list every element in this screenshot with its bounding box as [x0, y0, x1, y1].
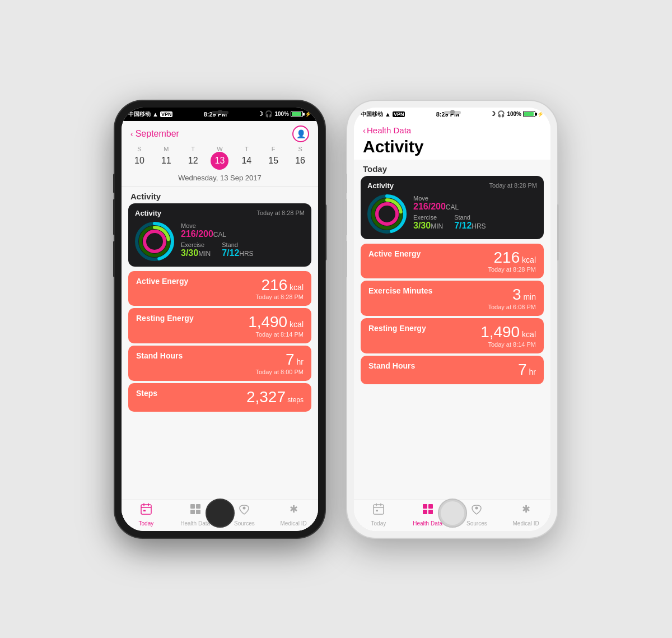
battery-icon-dark [291, 111, 303, 117]
data-card-stand-hours-white[interactable]: Stand Hours 7 hr [361, 356, 544, 384]
today-icon-white [372, 502, 385, 519]
svg-rect-13 [190, 510, 195, 514]
phone-white: 中国移动 ▲ VPN 8:29 PM ☽ 🎧 100% ⚡ ‹ Health D… [347, 101, 557, 538]
svg-rect-29 [428, 504, 433, 509]
date-11[interactable]: 11 [153, 153, 180, 168]
activity-card-body: Move 216/200CAL Exercise 3/30MIN [135, 222, 305, 261]
status-right-dark: ☽ 🎧 100% ⚡ [258, 110, 311, 118]
month-nav[interactable]: ‹ September [130, 129, 179, 139]
app-content-dark: ‹ September 👤 S M T W T F S 10 11 [122, 121, 318, 531]
tab-medicalid-label-dark: Medical ID [281, 520, 307, 527]
stand-hours-label: Stand Hours [136, 351, 183, 360]
resting-energy-time: Today at 8:14 PM [248, 331, 304, 338]
activity-card-body-white: Move 216/200CAL Exercise 3/30MIN [367, 194, 537, 234]
data-card-exercise-minutes-white[interactable]: Exercise Minutes 3 min Today at 6:08 PM [361, 281, 544, 316]
sources-icon-dark [237, 502, 251, 519]
active-energy-label-white: Active Energy [368, 249, 421, 258]
stand-label-white: Stand [454, 214, 486, 221]
battery-icon-white [523, 111, 535, 117]
svg-rect-23 [374, 505, 384, 514]
day-t1: T [180, 145, 207, 153]
exercise-stat-white: Exercise 3/30MIN [413, 214, 443, 231]
move-stat: Move 216/200CAL [181, 222, 305, 239]
medicalid-icon-dark: ✱ [287, 502, 300, 519]
tab-medicalid-white[interactable]: ✱ Medical ID [501, 502, 550, 527]
bolt-icon-white: ⚡ [537, 111, 544, 117]
user-avatar[interactable]: 👤 [292, 125, 309, 142]
stand-label: Stand [222, 241, 253, 248]
data-card-active-energy[interactable]: Active Energy 216 kcal Today at 8:28 PM [128, 271, 311, 306]
volume-down-white [346, 241, 347, 277]
chevron-left-icon-white: ‹ [363, 125, 366, 135]
tab-today-dark[interactable]: Today [122, 502, 171, 527]
exercise-value: 3/30MIN [181, 248, 211, 258]
activity-card-header-white: Activity Today at 8:28 PM [367, 181, 537, 190]
resting-energy-label-white: Resting Energy [368, 324, 426, 333]
exercise-stand-row: Exercise 3/30MIN Stand 7/12HRS [181, 241, 305, 260]
health-back-button[interactable]: ‹ Health Data [363, 125, 542, 135]
wifi-icon-dark: ▲ [152, 111, 158, 118]
svg-point-22 [377, 204, 397, 224]
section-title-dark: Activity [122, 187, 318, 203]
active-energy-time-white: Today at 8:28 PM [488, 266, 536, 273]
day-s1: S [126, 145, 153, 153]
move-stat-white: Move 216/200CAL [413, 195, 537, 212]
home-button-dark[interactable] [206, 499, 235, 528]
screen-dark: 中国移动 ▲ VPN 8:29 PM ☽ 🎧 100% ⚡ ‹ Septembe… [122, 108, 318, 531]
back-label-white: Health Data [367, 125, 411, 135]
screen-white: 中国移动 ▲ VPN 8:29 PM ☽ 🎧 100% ⚡ ‹ Health D… [354, 108, 550, 531]
exercise-label-white: Exercise [413, 214, 443, 221]
exercise-stat: Exercise 3/30MIN [181, 241, 211, 258]
steps-right: 2,327 steps [246, 389, 304, 406]
battery-pct-white: 100% [507, 111, 521, 117]
steps-value: 2,327 steps [246, 389, 304, 406]
headphone-icon-dark: 🎧 [265, 110, 273, 118]
stand-stat-white: Stand 7/12HRS [454, 214, 486, 231]
date-12[interactable]: 12 [180, 153, 207, 168]
move-label: Move [181, 222, 305, 229]
tab-medicalid-dark[interactable]: ✱ Medical ID [269, 502, 318, 527]
svg-rect-30 [423, 510, 427, 514]
headphone-icon-white: 🎧 [497, 110, 505, 118]
data-card-stand-hours[interactable]: Stand Hours 7 hr Today at 8:00 PM [128, 346, 311, 381]
vpn-badge-white: VPN [393, 111, 405, 117]
day-f: F [260, 145, 287, 153]
active-energy-label: Active Energy [136, 277, 188, 286]
phone-dark: 中国移动 ▲ VPN 8:29 PM ☽ 🎧 100% ⚡ ‹ Septembe… [115, 101, 325, 538]
activity-card-dark: Activity Today at 8:28 PM [128, 203, 311, 267]
home-button-white[interactable] [438, 499, 467, 528]
data-scroll-dark[interactable]: Activity Today at 8:28 PM [122, 203, 318, 500]
sources-icon-white [470, 502, 483, 519]
activity-time-white: Today at 8:28 PM [489, 182, 537, 189]
resting-energy-value: 1,490 kcal [248, 314, 304, 331]
healthdata-icon-white [421, 502, 435, 519]
tab-medicalid-label-white: Medical ID [513, 520, 539, 527]
date-15[interactable]: 15 [260, 153, 287, 168]
date-13-selected[interactable]: 13 [207, 153, 234, 168]
stand-hours-time: Today at 8:00 PM [255, 369, 304, 375]
date-14[interactable]: 14 [233, 153, 260, 168]
healthdata-icon-dark [189, 502, 202, 519]
svg-rect-14 [196, 510, 200, 514]
exercise-value-white: 3/30MIN [413, 221, 443, 231]
data-card-resting-energy-white[interactable]: Resting Energy 1,490 kcal Today at 8:14 … [361, 318, 544, 353]
power-button-white [557, 204, 559, 260]
data-scroll-white[interactable]: Today Activity Today at 8:28 PM [354, 160, 550, 500]
data-card-active-energy-white[interactable]: Active Energy 216 kcal Today at 8:28 PM [361, 244, 544, 279]
svg-rect-12 [196, 504, 200, 509]
activity-card-header: Activity Today at 8:28 PM [135, 209, 305, 217]
tab-today-white[interactable]: Today [354, 502, 403, 527]
data-card-resting-energy[interactable]: Resting Energy 1,490 kcal Today at 8:14 … [128, 308, 311, 343]
date-16[interactable]: 16 [287, 153, 314, 168]
carrier-dark: 中国移动 [128, 110, 151, 118]
exercise-minutes-time-white: Today at 6:08 PM [488, 304, 536, 310]
exercise-minutes-label-white: Exercise Minutes [368, 286, 432, 295]
stand-hours-right-white: 7 hr [518, 361, 536, 379]
page-title-white: Activity [354, 137, 550, 160]
date-10[interactable]: 10 [126, 153, 153, 168]
section-title-white: Today [354, 160, 550, 176]
data-card-steps[interactable]: Steps 2,327 steps [128, 383, 311, 412]
moon-icon-white: ☽ [490, 110, 496, 118]
activity-title-white: Activity [367, 181, 394, 190]
status-left-white: 中国移动 ▲ VPN [361, 110, 405, 118]
